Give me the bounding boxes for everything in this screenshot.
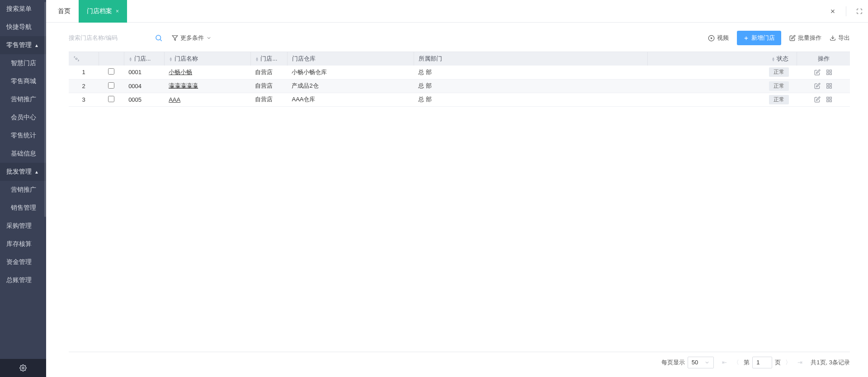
- sidebar-item-13[interactable]: 库存核算: [0, 235, 46, 253]
- row-checkbox-cell: [99, 66, 124, 79]
- sort-icon: ▲▼: [771, 57, 775, 61]
- row-code: 0005: [124, 93, 164, 106]
- svg-rect-18: [827, 86, 829, 88]
- sidebar-item-5[interactable]: 营销推广: [0, 90, 46, 108]
- sidebar-item-2[interactable]: 零售管理▲: [0, 36, 46, 54]
- sidebar-item-4[interactable]: 零售商城: [0, 72, 46, 90]
- export-button[interactable]: 导出: [830, 34, 850, 42]
- caret-up-icon: ▲: [34, 170, 39, 174]
- dept-column-header[interactable]: 所属部门: [414, 52, 647, 66]
- more-icon[interactable]: [826, 83, 832, 89]
- svg-marker-5: [172, 36, 178, 41]
- page-input[interactable]: [752, 357, 772, 368]
- pager: 每页显示 50 ⇤ 〈 第 页 〉 ⇥ 共1页, 3条记录: [69, 352, 850, 372]
- funnel-icon: [172, 35, 178, 41]
- tab-bar: 首页门店档案×: [46, 0, 868, 23]
- sidebar-item-8[interactable]: 基础信息: [0, 145, 46, 163]
- page-next-button[interactable]: 〉: [783, 358, 793, 367]
- sidebar-item-14[interactable]: 资金管理: [0, 253, 46, 271]
- checkbox-column-header: [99, 52, 124, 66]
- code-column-header[interactable]: ▲▼门店...: [124, 52, 164, 66]
- per-page-label: 每页显示: [661, 358, 685, 367]
- page-last-button[interactable]: ⇥: [796, 359, 804, 366]
- settings-column-header[interactable]: [69, 52, 99, 66]
- sidebar-item-1[interactable]: 快捷导航: [0, 18, 46, 36]
- sidebar-item-12[interactable]: 采购管理: [0, 217, 46, 235]
- sort-icon: ▲▼: [169, 57, 173, 61]
- edit-icon[interactable]: [814, 96, 821, 103]
- bulk-ops-button[interactable]: 批量操作: [789, 34, 821, 42]
- row-warehouse: 小畅小畅仓库: [287, 66, 414, 79]
- main-area: 首页门店档案× 更多条件: [46, 0, 868, 377]
- svg-rect-14: [827, 73, 829, 75]
- store-name-link[interactable]: AAA: [169, 96, 180, 103]
- toolbar: 更多条件 视频 新增门店: [69, 31, 850, 45]
- warehouse-column-header[interactable]: 门店仓库: [287, 52, 414, 66]
- row-checkbox[interactable]: [108, 68, 114, 75]
- more-filter-button[interactable]: 更多条件: [172, 34, 212, 42]
- more-icon[interactable]: [826, 69, 832, 75]
- sidebar-item-label: 零售统计: [11, 132, 36, 140]
- close-icon[interactable]: ×: [116, 8, 119, 14]
- stores-table: ▲▼门店... ▲▼门店名称 ▲▼门店... 门店仓库 所属部门 ▲▼状态 操作…: [69, 52, 850, 349]
- sidebar-item-10[interactable]: 营销推广: [0, 181, 46, 199]
- sidebar-item-label: 基础信息: [11, 150, 36, 158]
- close-all-tabs-button[interactable]: [828, 6, 838, 16]
- sidebar-item-6[interactable]: 会员中心: [0, 108, 46, 127]
- export-label: 导出: [838, 34, 850, 42]
- sidebar-item-label: 资金管理: [6, 258, 32, 266]
- sidebar-item-label: 零售商城: [11, 77, 36, 85]
- sidebar-item-label: 库存核算: [6, 240, 32, 248]
- more-icon[interactable]: [826, 96, 832, 103]
- sidebar-scrollbar[interactable]: [44, 2, 46, 217]
- play-circle-icon: [708, 35, 715, 42]
- row-checkbox[interactable]: [108, 96, 114, 102]
- sidebar-item-label: 会员中心: [11, 113, 36, 122]
- svg-rect-17: [830, 84, 832, 85]
- divider: [846, 6, 846, 16]
- svg-rect-19: [830, 86, 832, 88]
- per-page-select[interactable]: 50: [688, 357, 714, 368]
- row-warehouse: 产成品2仓: [287, 79, 414, 93]
- store-name-link[interactable]: 小畅小畅: [169, 69, 192, 75]
- search-input[interactable]: [69, 31, 164, 45]
- table-row: 30005AAA自营店AAA仓库总 部正常: [69, 93, 850, 106]
- sidebar-item-9[interactable]: 批发管理▲: [0, 163, 46, 181]
- type-column-header[interactable]: ▲▼门店...: [250, 52, 287, 66]
- tab-label: 首页: [58, 7, 71, 15]
- sort-icon: ▲▼: [255, 57, 259, 61]
- svg-point-3: [156, 35, 161, 40]
- add-store-button[interactable]: 新增门店: [737, 31, 781, 45]
- table-row: 20004瀛瀛瀛瀛瀛自营店产成品2仓总 部正常: [69, 79, 850, 93]
- ops-column-header: 操作: [797, 52, 850, 66]
- sidebar-item-0[interactable]: 搜索菜单: [0, 0, 46, 18]
- sidebar-item-11[interactable]: 销售管理: [0, 199, 46, 217]
- status-column-header[interactable]: ▲▼状态: [647, 52, 797, 66]
- store-name-link[interactable]: 瀛瀛瀛瀛瀛: [169, 82, 198, 89]
- tab-0[interactable]: 首页: [50, 0, 79, 23]
- page-prev-button[interactable]: 〈: [731, 358, 741, 367]
- row-checkbox[interactable]: [108, 82, 114, 89]
- tab-1[interactable]: 门店档案×: [79, 0, 127, 23]
- page-label-suf: 页: [775, 358, 781, 367]
- pager-summary: 共1页, 3条记录: [811, 358, 850, 367]
- video-label: 视频: [717, 34, 729, 42]
- search-icon[interactable]: [155, 34, 163, 42]
- edit-icon[interactable]: [814, 83, 821, 89]
- edit-icon[interactable]: [814, 69, 821, 75]
- row-code: 0001: [124, 66, 164, 79]
- sidebar: 搜索菜单快捷导航零售管理▲智慧门店零售商城营销推广会员中心零售统计基础信息批发管…: [0, 0, 46, 377]
- row-index: 3: [69, 93, 99, 106]
- status-badge: 正常: [769, 95, 789, 104]
- sidebar-item-7[interactable]: 零售统计: [0, 127, 46, 145]
- svg-rect-12: [827, 70, 829, 72]
- sidebar-item-15[interactable]: 总账管理: [0, 271, 46, 289]
- sidebar-item-3[interactable]: 智慧门店: [0, 54, 46, 72]
- sidebar-settings-button[interactable]: [0, 359, 46, 377]
- svg-point-0: [22, 367, 24, 369]
- row-dept: 总 部: [414, 79, 647, 93]
- name-column-header[interactable]: ▲▼门店名称: [164, 52, 250, 66]
- page-first-button[interactable]: ⇤: [720, 359, 729, 366]
- video-button[interactable]: 视频: [708, 34, 729, 42]
- fullscreen-button[interactable]: [854, 6, 864, 16]
